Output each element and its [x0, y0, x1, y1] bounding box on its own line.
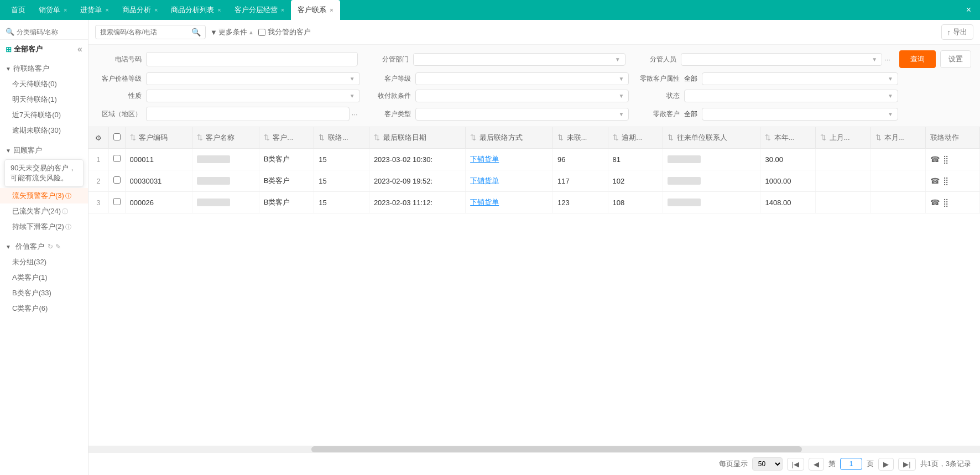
- sidebar-item-class-b[interactable]: B类客户(33): [0, 285, 88, 301]
- close-tab-product-analysis[interactable]: ×: [154, 7, 158, 13]
- filter-person-select[interactable]: ▼: [681, 53, 882, 66]
- my-customers-checkbox[interactable]: [258, 29, 265, 36]
- tab-sales-order[interactable]: 销货单 ×: [32, 0, 74, 20]
- filter-credit-attr: 零散客户属性 全部 ▼: [635, 72, 898, 85]
- filter-customer-type-select[interactable]: ▼: [415, 108, 629, 121]
- filter-status-select[interactable]: ▼: [684, 90, 898, 102]
- sort-icon-contact[interactable]: ⇅: [319, 133, 325, 142]
- info-icon-churned: ⓘ: [62, 207, 68, 216]
- sidebar-item-7days-contact[interactable]: 近7天待联络(0): [0, 107, 88, 123]
- contact-method-link-0[interactable]: 下销货单: [470, 155, 499, 163]
- cell-method-1[interactable]: 下销货单: [466, 170, 553, 192]
- sidebar-collapse-btn[interactable]: «: [77, 44, 82, 54]
- sort-icon-name[interactable]: ⇅: [197, 133, 203, 142]
- sidebar-item-class-c[interactable]: C类客户(6): [0, 301, 88, 316]
- close-tab-purchase-order[interactable]: ×: [105, 7, 108, 13]
- tab-home[interactable]: 首页: [4, 0, 32, 20]
- cell-method-2[interactable]: 下销货单: [466, 192, 553, 213]
- select-all-checkbox[interactable]: [113, 133, 121, 140]
- filter-price-level-select[interactable]: ▼: [146, 72, 360, 85]
- action-contact-icon-0[interactable]: ☎: [930, 155, 940, 164]
- th-settings[interactable]: ⚙: [88, 127, 108, 149]
- action-more-icon-2[interactable]: ⣿: [943, 198, 948, 207]
- sidebar-item-unclassified[interactable]: 未分组(32): [0, 254, 88, 270]
- sort-icon-method[interactable]: ⇅: [470, 133, 476, 142]
- th-checkbox[interactable]: [108, 127, 125, 149]
- filter-credit-attr-select[interactable]: ▼: [702, 72, 898, 85]
- filter-payment-select[interactable]: ▼: [415, 90, 629, 102]
- more-conditions-btn[interactable]: ▼ 更多条件 ▲: [210, 27, 254, 37]
- filter-customer-level: 客户等级 ▼: [367, 72, 629, 85]
- sort-icon-person[interactable]: ⇅: [668, 133, 674, 142]
- status-dropdown-arrow: ▼: [888, 93, 893, 99]
- sort-icon-date[interactable]: ⇅: [374, 133, 380, 142]
- action-more-icon-0[interactable]: ⣿: [943, 155, 948, 164]
- horizontal-scrollbar[interactable]: [88, 446, 980, 452]
- sidebar-all-customers[interactable]: ⊞ 全部客户 «: [0, 40, 88, 59]
- sort-icon-level[interactable]: ⇅: [264, 133, 270, 142]
- sort-icon-not-contacted[interactable]: ⇅: [557, 133, 564, 142]
- close-tab-sales-order[interactable]: ×: [64, 7, 67, 13]
- sort-icon-this-year[interactable]: ⇅: [765, 133, 771, 142]
- tab-product-analysis-list[interactable]: 商品分析列表 ×: [164, 0, 227, 20]
- next-page-btn[interactable]: ▶: [878, 458, 894, 471]
- contact-method-link-1[interactable]: 下销货单: [470, 176, 499, 185]
- table-settings-icon[interactable]: ⚙: [95, 134, 102, 142]
- cell-checkbox-1[interactable]: [108, 170, 125, 192]
- sidebar-search-input[interactable]: [17, 28, 82, 36]
- sidebar-item-already-churned[interactable]: 已流失客户(24) ⓘ: [0, 203, 88, 219]
- tab-customer-contact[interactable]: 客户联系 ×: [291, 0, 340, 20]
- per-page-select[interactable]: 50 10 20 100: [752, 457, 783, 471]
- filter-customer-type-label: 客户类型: [367, 109, 411, 119]
- filter-retail-select[interactable]: ▼: [702, 108, 898, 121]
- action-contact-icon-2[interactable]: ☎: [930, 198, 940, 207]
- filter-more-person-btn[interactable]: ···: [882, 55, 893, 64]
- cell-method-0[interactable]: 下销货单: [466, 149, 553, 170]
- refresh-icon[interactable]: ↻: [48, 243, 53, 250]
- main-search-icon[interactable]: 🔍: [191, 28, 201, 36]
- action-more-icon-1[interactable]: ⣿: [943, 176, 948, 185]
- sidebar-group-review-title[interactable]: ▼ 回顾客户: [0, 143, 88, 158]
- filter-more-region-btn[interactable]: ···: [350, 110, 360, 118]
- filter-region-input[interactable]: [146, 107, 350, 121]
- action-contact-icon-1[interactable]: ☎: [930, 176, 940, 185]
- export-btn[interactable]: ↑ 导出: [941, 24, 974, 40]
- scroll-thumb[interactable]: [311, 446, 802, 452]
- sort-icon-code[interactable]: ⇅: [130, 133, 136, 142]
- sidebar-item-overdue-contact[interactable]: 逾期未联络(30): [0, 123, 88, 138]
- first-page-btn[interactable]: |◀: [787, 458, 804, 471]
- tab-customer-segmentation[interactable]: 客户分层经营 ×: [228, 0, 291, 20]
- filter-dept-select[interactable]: ▼: [413, 53, 625, 66]
- settings-button[interactable]: 设置: [940, 50, 971, 68]
- close-tab-customer-segmentation[interactable]: ×: [281, 7, 284, 13]
- sort-icon-last-month[interactable]: ⇅: [820, 133, 826, 142]
- sort-icon-this-month[interactable]: ⇅: [875, 133, 882, 142]
- cell-level-1: B类客户: [259, 170, 314, 192]
- close-all-tabs[interactable]: ×: [962, 5, 976, 15]
- last-page-btn[interactable]: ▶|: [898, 458, 915, 471]
- page-input[interactable]: [840, 458, 862, 470]
- prev-page-btn[interactable]: ◀: [809, 458, 824, 471]
- sidebar-item-tomorrow-contact[interactable]: 明天待联络(1): [0, 92, 88, 107]
- sidebar-group-value-title[interactable]: ▼ 价值客户 ↻ ✎: [0, 239, 88, 254]
- filter-customer-level-select[interactable]: ▼: [415, 72, 629, 85]
- close-tab-customer-contact[interactable]: ×: [330, 7, 333, 13]
- query-button[interactable]: 查询: [899, 50, 936, 68]
- main-search-input[interactable]: [100, 28, 191, 36]
- tab-purchase-order[interactable]: 进货单 ×: [74, 0, 115, 20]
- sidebar-item-class-a[interactable]: A类客户(1): [0, 270, 88, 285]
- sidebar-item-churn-warning[interactable]: 流失预警客户(3) ⓘ: [0, 188, 88, 203]
- cell-checkbox-2[interactable]: [108, 192, 125, 213]
- sidebar-item-today-contact[interactable]: 今天待联络(0): [0, 76, 88, 92]
- cell-date-0: 2023-03-02 10:30:: [369, 149, 465, 170]
- sort-icon-overdue[interactable]: ⇅: [613, 133, 619, 142]
- edit-icon[interactable]: ✎: [55, 243, 61, 250]
- close-tab-product-analysis-list[interactable]: ×: [217, 7, 221, 13]
- tab-product-analysis[interactable]: 商品分析 ×: [116, 0, 164, 20]
- cell-checkbox-0[interactable]: [108, 149, 125, 170]
- sidebar-group-pending-title[interactable]: ▼ 待联络客户: [0, 61, 88, 76]
- contact-method-link-2[interactable]: 下销货单: [470, 198, 499, 206]
- sidebar-item-declining[interactable]: 持续下滑客户(2) ⓘ: [0, 219, 88, 234]
- filter-nature-select[interactable]: ▼: [146, 90, 360, 102]
- filter-phone-input[interactable]: [146, 52, 358, 66]
